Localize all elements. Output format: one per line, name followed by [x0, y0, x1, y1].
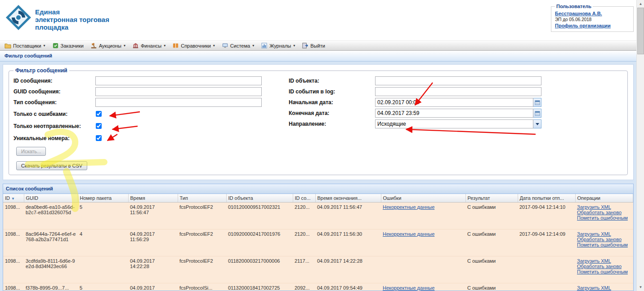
- menu-item-finance[interactable]: Финансы ▾: [130, 41, 170, 50]
- column-header[interactable]: Время: [128, 194, 178, 202]
- operation-link[interactable]: Обработать заново: [577, 264, 622, 269]
- operation-link[interactable]: Пометить ошибочным: [577, 242, 628, 247]
- operation-link[interactable]: Загрузить XML: [577, 231, 611, 237]
- cell-result: С ошибками: [465, 283, 518, 291]
- error-details-link[interactable]: Некорректные данные: [383, 231, 434, 237]
- menu-item-journals[interactable]: Журналы ▾: [258, 41, 299, 50]
- main-menu: Поставщики ▾ Заказчики Аукционы ▾ Финанс…: [0, 40, 636, 51]
- download-csv-button[interactable]: Скачать результаты в CSV: [16, 161, 87, 170]
- column-header[interactable]: GUID: [24, 194, 78, 202]
- operation-link[interactable]: Загрузить XML: [577, 258, 611, 264]
- customers-icon: [52, 42, 59, 49]
- column-header[interactable]: Результат: [465, 194, 518, 202]
- cell-id: 1098...: [3, 283, 24, 291]
- operation-link[interactable]: Пометить ошибочным: [577, 269, 628, 274]
- calendar-icon[interactable]: [533, 98, 541, 107]
- table-row[interactable]: 1098...3cdfda9b-8111-6d6e-9e2d-8d34f423e…: [3, 256, 633, 283]
- message-type-label: Тип сообщения:: [13, 99, 95, 106]
- column-header[interactable]: Ошибки: [381, 194, 465, 202]
- column-header[interactable]: Тип: [178, 194, 226, 202]
- filter-panel: Фильтр сообщений ID сообщения: GUID сооб…: [3, 64, 634, 180]
- cell-errors: Некорректные данные: [381, 229, 465, 256]
- table-row[interactable]: 1098...8ac9644a-7264-e6ef-e768-a2b2a7747…: [3, 229, 633, 256]
- messages-list-panel: Список сообщений ID ▼GUID Номер пакета В…: [3, 184, 634, 291]
- finance-bank-icon: [132, 42, 139, 49]
- column-header[interactable]: ID ▼: [3, 194, 24, 202]
- chevron-down-icon: ▾: [213, 44, 215, 48]
- start-date-label: Начальная дата:: [289, 99, 375, 106]
- menu-item-auctions[interactable]: Аукционы ▾: [88, 41, 130, 50]
- direction-label: Направление:: [289, 121, 375, 127]
- chevron-down-icon[interactable]: [533, 119, 541, 128]
- errors-only-checkbox[interactable]: [96, 111, 102, 117]
- user-name-link[interactable]: Бесстрашнова А.В.: [555, 10, 630, 17]
- menu-item-directories[interactable]: Справочники ▾: [170, 41, 219, 50]
- menu-item-system[interactable]: Система ▾: [219, 41, 258, 50]
- cell-errors: [381, 256, 465, 283]
- cell-end_time: 04.09.2017 14:22:28: [315, 256, 381, 283]
- message-id-input[interactable]: [95, 76, 262, 85]
- cell-type: fcsProtocolSi...: [178, 283, 226, 291]
- message-type-input[interactable]: [95, 98, 262, 107]
- cell-end_time: 04.09.2017 11:56:30: [315, 229, 381, 256]
- menu-item-suppliers[interactable]: Поставщики ▾: [2, 41, 49, 50]
- cell-event_id: 2120...: [293, 202, 315, 229]
- scroll-up-icon[interactable]: ▲: [637, 0, 644, 8]
- menu-item-customers[interactable]: Заказчики: [49, 41, 88, 50]
- suppliers-folder-icon: [4, 42, 11, 49]
- exit-icon: [302, 42, 309, 49]
- list-title: Список сообщений: [3, 184, 633, 194]
- table-row[interactable]: 1098...dea0bed6-ea10-a56d-b2c7-e831d3260…: [3, 202, 633, 229]
- operation-link[interactable]: Загрузить XML: [577, 285, 611, 291]
- column-header[interactable]: ID объекта: [226, 194, 293, 202]
- operation-link[interactable]: Обработать заново: [577, 210, 622, 215]
- cell-guid: f378b-8995-09...7...: [24, 283, 78, 291]
- start-date-input[interactable]: [375, 98, 533, 107]
- column-header[interactable]: Время окончания...: [315, 194, 381, 202]
- org-profile-link[interactable]: Профиль организации: [555, 22, 630, 29]
- unique-numbers-checkbox[interactable]: [96, 135, 102, 141]
- cell-pkg: [78, 256, 128, 283]
- log-event-id-input[interactable]: [375, 87, 541, 96]
- cell-event_id: 2117...: [293, 256, 315, 283]
- operation-link[interactable]: Загрузить XML: [577, 204, 611, 210]
- guid-input[interactable]: [95, 87, 262, 96]
- calendar-icon[interactable]: [533, 109, 541, 118]
- column-header[interactable]: Номер пакета: [78, 194, 128, 202]
- cell-time: 04.09.2017 14:22:28: [128, 256, 178, 283]
- scroll-down-icon[interactable]: ▼: [637, 283, 644, 291]
- menu-item-logout[interactable]: Выйти: [299, 41, 329, 50]
- sort-arrow-icon: ▼: [11, 197, 15, 201]
- scrollbar-thumb[interactable]: [637, 8, 644, 54]
- column-header[interactable]: ID со...: [293, 194, 315, 202]
- unsent-only-checkbox[interactable]: [96, 123, 102, 129]
- menu-item-label: Система: [230, 43, 250, 48]
- end-date-input[interactable]: [375, 109, 533, 118]
- menu-item-label: Аукционы: [99, 43, 121, 48]
- unique-numbers-label: Уникальные номера:: [13, 135, 95, 141]
- vertical-scrollbar[interactable]: ▲ ▼: [636, 0, 644, 291]
- unsent-only-label: Только неотправленные:: [13, 123, 95, 129]
- table-row[interactable]: 1098...f378b-8995-09...7...504.09.2017fc…: [3, 283, 633, 291]
- menu-item-label: Поставщики: [13, 43, 41, 48]
- error-details-link[interactable]: Некорректные данные: [383, 204, 434, 210]
- cell-guid: 3cdfda9b-8111-6d6e-9e2d-8d34f423ec66: [24, 256, 78, 283]
- search-button[interactable]: Искать...: [16, 147, 46, 156]
- direction-combo[interactable]: [375, 119, 533, 128]
- operation-link[interactable]: Обработать заново: [577, 237, 622, 242]
- cell-errors: Некорректные данные: [381, 283, 465, 291]
- menu-item-label: Выйти: [310, 43, 325, 48]
- journals-chart-icon: [261, 42, 268, 49]
- cell-guid: 8ac9644a-7264-e6ef-e768-a2b2a77471d1: [24, 229, 78, 256]
- cell-attempt: 2017-09-04 12:14:10: [518, 202, 575, 229]
- filter-fieldset: Фильтр сообщений ID сообщения: GUID сооб…: [9, 67, 628, 175]
- object-id-input[interactable]: [375, 76, 541, 85]
- column-header[interactable]: Операции: [575, 194, 633, 202]
- cell-id: 1098...: [3, 256, 24, 283]
- cell-ops: Загрузить XML Обработать заново Пометить…: [575, 256, 633, 283]
- column-header[interactable]: Дата попытки отп...: [518, 194, 575, 202]
- error-details-link[interactable]: Некорректные данные: [383, 285, 434, 291]
- top-header: Единая электронная торговая площадка Пол…: [0, 0, 636, 40]
- cell-id: 1098...: [3, 229, 24, 256]
- operation-link[interactable]: Пометить ошибочным: [577, 215, 628, 220]
